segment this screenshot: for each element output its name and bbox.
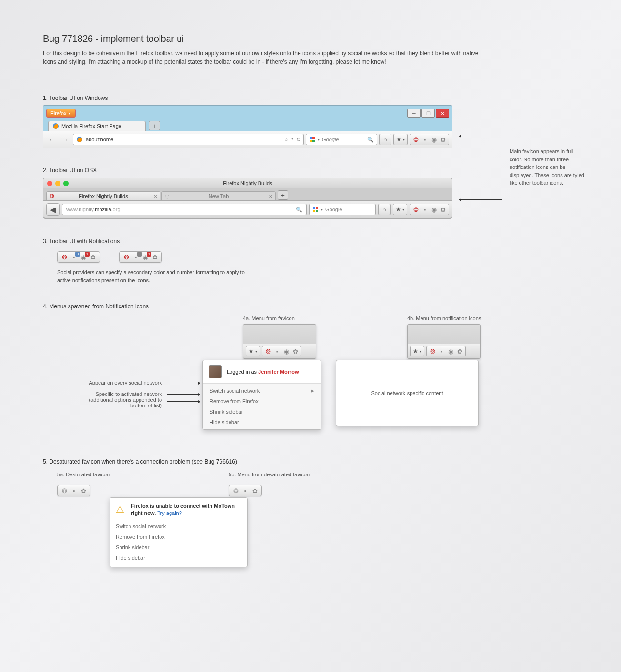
close-button[interactable]: ✕ [436, 109, 449, 118]
chat-icon[interactable]: ▪ [273, 347, 281, 355]
bookmarks-button[interactable]: ★▾ [393, 204, 407, 215]
star-icon[interactable]: ☆ [284, 137, 289, 143]
globe-icon[interactable]: ◉ [282, 347, 290, 355]
try-again-link[interactable]: Try again? [157, 510, 182, 516]
annotation-appear-every: Appear on every social network [43, 380, 162, 385]
home-button[interactable]: ⌂ [379, 134, 391, 145]
menu-item-switch[interactable]: Switch social network [116, 521, 241, 532]
page-title: Bug 771826 - implement toolbar ui [43, 33, 578, 44]
minimize-traffic-icon[interactable] [55, 181, 60, 186]
arrow-icon [167, 394, 200, 395]
arrow-icon [167, 383, 200, 383]
firefox-favicon-icon [52, 123, 59, 129]
search-go-icon[interactable]: 🔍 [367, 137, 374, 143]
error-menu-popover: ⚠ Firefox is unable to connect with MoTo… [110, 497, 248, 567]
globe-icon[interactable]: ◉ [430, 206, 438, 213]
gear-icon[interactable]: ✿ [291, 347, 299, 355]
globe-icon[interactable]: ◉ [447, 347, 454, 355]
search-icon[interactable]: 🔍 [296, 207, 302, 213]
mini-chrome-4a: ★▾ ❂ ▪ ◉ ✿ [243, 324, 316, 359]
social-favicon-icon[interactable]: ❂ [412, 136, 420, 143]
social-toolbar-cluster: ❂ ▪ ◉ ✿ [410, 134, 449, 145]
menu-item-remove[interactable]: Remove from Firefox [203, 396, 321, 406]
back-button[interactable]: ← [46, 134, 58, 145]
social-favicon-icon[interactable]: ❂ [412, 206, 420, 213]
gear-icon[interactable]: ✿ [439, 206, 447, 213]
social-favicon-icon[interactable]: ❂ [429, 347, 436, 355]
globe-icon[interactable]: ◉1 [141, 253, 150, 261]
dropdown-icon[interactable]: ▾ [291, 137, 293, 143]
social-favicon-icon[interactable]: ❂ [60, 253, 69, 261]
section-3-description: Social providers can specify a secondary… [57, 268, 257, 284]
back-button[interactable]: ◀ [46, 203, 60, 216]
globe-icon[interactable]: ◉ [430, 136, 438, 143]
chat-icon[interactable]: ▪ [421, 136, 429, 143]
search-box[interactable]: ▾ Google [309, 204, 376, 215]
gear-icon[interactable]: ✿ [79, 487, 88, 494]
bookmarks-button[interactable]: ★▾ [246, 346, 260, 356]
close-tab-icon[interactable]: ✕ [153, 194, 157, 199]
gear-icon[interactable]: ✿ [439, 136, 447, 143]
social-favicon-desat-icon[interactable]: ❂ [60, 487, 69, 494]
browser-tab-inactive[interactable]: ◌ New Tab ✕ [161, 191, 276, 200]
globe-icon[interactable]: ◉1 [79, 253, 88, 261]
windows-browser-mockup: Firefox ─ ☐ ✕ Mozilla Firefox Start Page… [43, 105, 452, 148]
close-tab-icon[interactable]: ✕ [269, 194, 272, 199]
minimize-button[interactable]: ─ [407, 109, 421, 118]
section-1-label: 1. Toolbar UI on Windows [43, 95, 578, 101]
mini-chrome-4b: ★▾ ❂ ▪ ◉ ✿ [407, 324, 481, 359]
menu-item-shrink[interactable]: Shrink sidebar [116, 542, 241, 553]
traffic-lights [47, 181, 69, 186]
forward-button[interactable]: → [60, 134, 71, 145]
annotation-specific: Specific to activated network (additiona… [43, 391, 162, 408]
gear-icon[interactable]: ✿ [456, 347, 463, 355]
logged-in-text: Logged in as Jennifer Morrow [227, 369, 299, 375]
bookmarks-button[interactable]: ★▾ [393, 134, 408, 145]
social-toolbar-cluster: ❂ ▪ ◉ ✿ [262, 346, 301, 356]
notification-pill-a: ❂ ▪8 ◉1 ✿ [57, 251, 100, 263]
new-tab-button[interactable]: + [149, 121, 160, 130]
menu-item-shrink[interactable]: Shrink sidebar [203, 406, 321, 417]
social-favicon-icon[interactable]: ❂ [264, 347, 272, 355]
close-traffic-icon[interactable] [47, 181, 52, 186]
gear-icon[interactable]: ✿ [150, 253, 159, 261]
url-bar[interactable]: www.nightly.mozilla.org 🔍 [62, 204, 307, 215]
maximize-button[interactable]: ☐ [421, 109, 435, 118]
section-3-label: 3. Toolbar UI with Notifications [43, 238, 578, 245]
section-4a-label: 4a. Menu from favicon [243, 316, 321, 321]
menu-item-switch[interactable]: Switch social network [203, 385, 321, 396]
chat-icon[interactable]: ▪ [70, 487, 78, 494]
browser-tab-active[interactable]: ❂ Firefox Nightly Builds ✕ [46, 191, 160, 200]
annotation-arrow [459, 136, 502, 136]
notification-pill-b: ❂ ▪8 ◉1 ✿ [119, 251, 162, 263]
chat-icon[interactable]: ▪8 [70, 253, 78, 261]
new-tab-button[interactable]: + [278, 190, 288, 200]
google-icon [309, 137, 315, 143]
menu-item-remove[interactable]: Remove from Firefox [116, 532, 241, 542]
reload-icon[interactable]: ↻ [296, 137, 300, 143]
firefox-menu-button[interactable]: Firefox [46, 109, 76, 118]
url-bar[interactable]: about:home ☆ ▾ ↻ [73, 134, 304, 145]
social-toolbar-cluster: ❂ ▪ ◉ ✿ [410, 204, 449, 215]
menu-item-hide[interactable]: Hide sidebar [203, 417, 321, 427]
browser-tab[interactable]: Mozilla Firefox Start Page [48, 121, 146, 131]
home-button[interactable]: ⌂ [378, 204, 391, 215]
chat-icon[interactable]: ▪8 [131, 253, 140, 261]
annotation-line [502, 136, 502, 200]
social-favicon-icon[interactable]: ❂ [122, 253, 130, 261]
search-box[interactable]: ▾ Google 🔍 [306, 134, 377, 145]
chat-icon[interactable]: ▪ [241, 487, 250, 494]
zoom-traffic-icon[interactable] [63, 181, 69, 186]
social-favicon-icon: ❂ [50, 193, 54, 199]
blank-favicon-icon: ◌ [165, 193, 170, 199]
gear-icon[interactable]: ✿ [250, 487, 259, 494]
bookmarks-button[interactable]: ★▾ [410, 346, 424, 356]
social-favicon-desat-icon[interactable]: ❂ [231, 487, 240, 494]
menu-item-hide[interactable]: Hide sidebar [116, 553, 241, 563]
firefox-favicon-icon [76, 136, 83, 143]
chat-icon[interactable]: ▪ [421, 206, 429, 213]
gear-icon[interactable]: ✿ [89, 253, 97, 261]
chat-icon[interactable]: ▪ [438, 347, 445, 355]
desaturated-pill: ❂ ▪ ✿ [57, 485, 90, 496]
osx-browser-mockup: Firefox Nightly Builds ❂ Firefox Nightly… [43, 178, 452, 219]
